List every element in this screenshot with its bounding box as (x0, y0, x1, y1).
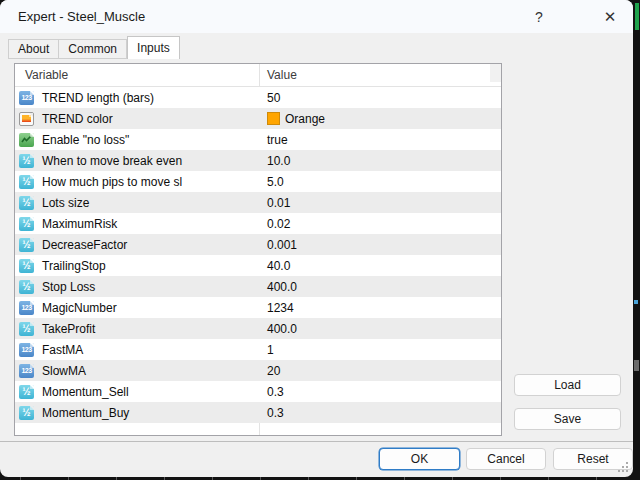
scrollbar-stub (490, 64, 501, 82)
ok-button[interactable]: OK (379, 448, 460, 470)
variable-label: TREND length (bars) (42, 91, 154, 105)
value-cell[interactable]: 5.0 (259, 171, 501, 192)
value-text: 0.01 (267, 196, 290, 210)
variable-label: MagicNumber (42, 301, 117, 315)
value-cell[interactable]: 0.001 (259, 234, 501, 255)
value-text: true (267, 133, 288, 147)
value-cell[interactable]: 50 (259, 87, 501, 108)
double-type-icon: ½ (19, 385, 34, 399)
table-row[interactable]: ½Momentum_Buy0.3 (15, 402, 501, 423)
value-cell[interactable]: 1 (259, 339, 501, 360)
value-text: 5.0 (267, 175, 284, 189)
double-type-icon: ½ (19, 196, 34, 210)
resize-grip-icon[interactable] (626, 462, 628, 464)
value-cell[interactable]: Orange (259, 108, 501, 129)
color-type-icon (19, 112, 34, 126)
value-cell[interactable]: 40.0 (259, 255, 501, 276)
variable-label: Enable "no loss" (42, 133, 129, 147)
expert-properties-dialog: Expert - Steel_Muscle ? ✕ About Common I… (0, 0, 633, 477)
double-type-icon: ½ (19, 322, 34, 336)
value-text: Orange (285, 112, 325, 126)
variable-label: MaximumRisk (42, 217, 117, 231)
inputs-table: Variable Value 123TREND length (bars)50T… (14, 63, 502, 436)
double-type-icon: ½ (19, 238, 34, 252)
value-cell[interactable]: 0.02 (259, 213, 501, 234)
help-icon[interactable]: ? (517, 0, 561, 33)
cancel-button[interactable]: Cancel (466, 448, 546, 470)
value-cell[interactable]: 10.0 (259, 150, 501, 171)
value-text: 40.0 (267, 259, 290, 273)
footer-divider (0, 441, 633, 442)
value-text: 20 (267, 364, 280, 378)
value-cell[interactable]: 0.3 (259, 381, 501, 402)
table-row[interactable]: ½MaximumRisk0.02 (15, 213, 501, 234)
value-text: 400.0 (267, 322, 297, 336)
table-row[interactable]: 123MagicNumber1234 (15, 297, 501, 318)
chart-green-bar (635, 3, 639, 30)
variable-label: How much pips to move sl (42, 175, 182, 189)
variable-label: Momentum_Sell (42, 385, 129, 399)
variable-label: Stop Loss (42, 280, 95, 294)
window-title: Expert - Steel_Muscle (18, 9, 145, 24)
tab-bar: About Common Inputs (8, 36, 180, 59)
value-cell[interactable]: 1234 (259, 297, 501, 318)
variable-label: When to move break even (42, 154, 182, 168)
table-row[interactable]: ½Momentum_Sell0.3 (15, 381, 501, 402)
double-type-icon: ½ (19, 259, 34, 273)
value-text: 0.3 (267, 406, 284, 420)
column-header-value: Value (267, 68, 297, 82)
value-cell[interactable]: true (259, 129, 501, 150)
double-type-icon: ½ (19, 406, 34, 420)
table-row[interactable]: ½How much pips to move sl5.0 (15, 171, 501, 192)
double-type-icon: ½ (19, 217, 34, 231)
reset-button[interactable]: Reset (553, 448, 633, 470)
chart-scrollbar-fragment (634, 360, 639, 371)
value-text: 1 (267, 343, 274, 357)
variable-label: Lots size (42, 196, 89, 210)
double-type-icon: ½ (19, 175, 34, 189)
close-icon[interactable]: ✕ (588, 0, 632, 33)
table-row[interactable]: 123SlowMA20 (15, 360, 501, 381)
value-cell[interactable]: 400.0 (259, 276, 501, 297)
color-swatch (267, 112, 280, 125)
value-cell[interactable]: 0.01 (259, 192, 501, 213)
value-cell[interactable]: 20 (259, 360, 501, 381)
int-type-icon: 123 (19, 301, 34, 315)
value-cell[interactable]: 400.0 (259, 318, 501, 339)
table-row[interactable]: TREND colorOrange (15, 108, 501, 129)
table-row[interactable]: 123FastMA1 (15, 339, 501, 360)
value-cell[interactable]: 0.3 (259, 402, 501, 423)
table-row[interactable]: 123TREND length (bars)50 (15, 87, 501, 108)
variable-label: DecreaseFactor (42, 238, 127, 252)
variable-label: Momentum_Buy (42, 406, 129, 420)
table-header: Variable Value (15, 64, 501, 87)
table-rows: 123TREND length (bars)50TREND colorOrang… (15, 87, 501, 423)
table-row[interactable]: ½TrailingStop40.0 (15, 255, 501, 276)
int-type-icon: 123 (19, 364, 34, 378)
value-text: 1234 (267, 301, 294, 315)
tab-inputs[interactable]: Inputs (127, 36, 180, 59)
tab-about[interactable]: About (8, 39, 59, 59)
tab-common[interactable]: Common (59, 39, 127, 59)
value-text: 0.001 (267, 238, 297, 252)
variable-label: TakeProfit (42, 322, 95, 336)
double-type-icon: ½ (19, 280, 34, 294)
table-row[interactable]: ½TakeProfit400.0 (15, 318, 501, 339)
column-header-variable: Variable (15, 68, 68, 82)
table-row[interactable]: Enable "no loss"true (15, 129, 501, 150)
table-row[interactable]: ½Lots size0.01 (15, 192, 501, 213)
variable-label: TrailingStop (42, 259, 106, 273)
value-text: 50 (267, 91, 280, 105)
int-type-icon: 123 (19, 343, 34, 357)
value-text: 0.02 (267, 217, 290, 231)
table-row[interactable]: ½When to move break even10.0 (15, 150, 501, 171)
double-type-icon: ½ (19, 154, 34, 168)
table-row[interactable]: ½Stop Loss400.0 (15, 276, 501, 297)
table-row[interactable]: ½DecreaseFactor0.001 (15, 234, 501, 255)
int-type-icon: 123 (19, 91, 34, 105)
title-bar: Expert - Steel_Muscle ? ✕ (0, 0, 633, 33)
value-text: 400.0 (267, 280, 297, 294)
load-button[interactable]: Load (514, 374, 621, 396)
variable-label: SlowMA (42, 364, 86, 378)
save-button[interactable]: Save (514, 408, 621, 430)
